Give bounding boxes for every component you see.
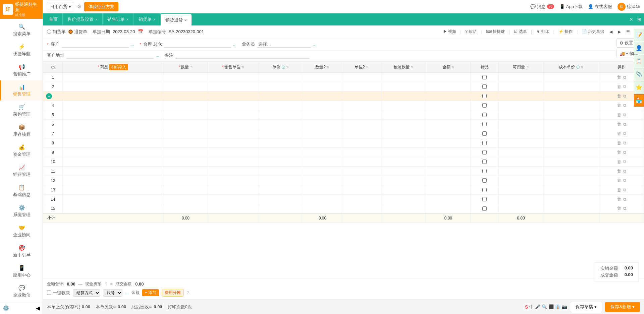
gift-checkbox-5[interactable] [482, 113, 487, 117]
remark-input[interactable] [175, 52, 310, 59]
radio-sale[interactable]: 销货单 [47, 29, 66, 35]
delete-row-icon[interactable]: 🗑 [617, 140, 621, 146]
print-btn[interactable]: 🖨 打印 [535, 28, 550, 35]
next-record-btn[interactable]: ▶ [616, 29, 622, 35]
copy-row-icon[interactable]: ⧉ [623, 206, 626, 211]
scan-icon[interactable]: 🔍 [542, 304, 547, 309]
tab-sale-order[interactable]: 销售订单 ✕ [103, 13, 134, 25]
category-select[interactable]: 日用百货 ▾ [47, 2, 74, 11]
message-btn[interactable]: 💬 消息 70 [530, 4, 554, 10]
copy-row-icon[interactable]: ⧉ [623, 112, 626, 118]
gift-checkbox-14[interactable] [482, 197, 487, 201]
gift-checkbox-2[interactable] [482, 84, 487, 89]
copy-row-icon[interactable]: ⧉ [623, 178, 626, 183]
account-select[interactable]: 账号 [103, 289, 122, 297]
settings-icon[interactable]: ⚙ [77, 3, 82, 10]
sidebar-item-newguide[interactable]: 🎯 新手引导 [0, 241, 43, 261]
staff-input[interactable] [257, 41, 311, 48]
copy-row-icon[interactable]: ⧉ [623, 140, 626, 146]
shortcut-keys-btn[interactable]: ⌨ 快捷键 [485, 28, 506, 35]
rfb-3[interactable]: 📋 [634, 55, 644, 67]
sort-price-icon[interactable]: ⇅ [286, 65, 289, 69]
sidebar-item-sales[interactable]: 📊 销售管理 [0, 80, 43, 101]
sidebar-item-basic[interactable]: 📋 基础信息 [0, 181, 43, 201]
sort-qty-icon[interactable]: ⇅ [190, 65, 193, 69]
close-tab-sale-return[interactable]: ✕ [184, 18, 187, 22]
scan-input-btn[interactable]: 扫码录入 [109, 64, 128, 70]
gift-checkbox-12[interactable] [482, 178, 487, 183]
delete-row-icon[interactable]: 🗑 [617, 159, 621, 165]
copy-row-icon[interactable]: ⧉ [623, 169, 626, 174]
delete-row-icon[interactable]: 🗑 [617, 178, 621, 183]
calc-method-select[interactable]: 结算方式 [73, 289, 100, 297]
history-btn[interactable]: 📄 历史单据 [581, 28, 605, 35]
sort-cost-icon[interactable]: ⇅ [581, 65, 583, 69]
copy-row-icon[interactable]: ⧉ [623, 122, 626, 127]
video-btn[interactable]: ▶ 视频 [442, 28, 458, 35]
help-btn[interactable]: ? 帮助 [464, 28, 478, 35]
copy-row-icon[interactable]: ⧉ [623, 159, 626, 165]
sidebar-item-search[interactable]: 🔍 搜索菜单 [0, 20, 43, 40]
sidebar-item-inventory[interactable]: 📦 库存核算 [0, 121, 43, 141]
staff-select-btn[interactable]: ... [313, 42, 316, 47]
cost-info-icon[interactable]: ⓘ [576, 65, 580, 69]
warehouse-input[interactable] [164, 41, 231, 48]
rfb-5[interactable]: ⭐ [634, 81, 644, 93]
sidebar-item-marketing[interactable]: 📢 营销推广 [0, 60, 43, 80]
sidebar-item-shortcut[interactable]: ⚡ 快捷导航 [0, 40, 43, 60]
sort-avail-icon[interactable]: ⇅ [526, 65, 529, 69]
rfb-6[interactable]: 🏪 [634, 94, 644, 107]
gift-checkbox-15[interactable] [482, 206, 487, 211]
close-tab-btn[interactable]: ✕ [628, 16, 635, 23]
expand-tab-btn[interactable]: ⊞ [636, 16, 643, 23]
tab-sale[interactable]: 销货单 ✕ [134, 13, 161, 25]
sidebar-item-appcenter[interactable]: 📱 应用中心 [0, 261, 43, 281]
product-input-active[interactable] [65, 93, 160, 99]
rfb-2[interactable]: 👤 [634, 42, 644, 54]
sort-amount-icon[interactable]: ⇅ [451, 65, 454, 69]
app-download-btn[interactable]: 📱 App下载 [559, 4, 583, 10]
copy-row-icon[interactable]: ⧉ [623, 103, 626, 108]
delete-row-icon[interactable]: 🗑 [617, 103, 621, 108]
copy-row-icon[interactable]: ⧉ [623, 187, 626, 193]
close-tab-price-setting[interactable]: ✕ [95, 18, 98, 21]
delete-row-icon[interactable]: 🗑 [617, 131, 621, 136]
copy-row-icon[interactable]: ⧉ [623, 75, 626, 80]
rfb-4[interactable]: 📎 [634, 68, 644, 80]
copy-row-icon[interactable]: ⧉ [623, 150, 626, 155]
sidebar-item-system[interactable]: ⚙️ 系统管理 [0, 201, 43, 221]
sort-unit-icon[interactable]: ⇅ [241, 65, 244, 69]
delete-row-icon[interactable]: 🗑 [617, 197, 621, 202]
mic-icon[interactable]: 🎤 [535, 304, 540, 309]
delete-row-icon[interactable]: 🗑 [617, 84, 621, 89]
save-draft-btn[interactable]: 保存草稿 ▾ [570, 302, 602, 312]
price-info-icon[interactable]: ⓘ [282, 65, 285, 69]
delete-row-icon[interactable]: 🗑 [617, 169, 621, 174]
gift-checkbox-8[interactable] [482, 141, 487, 145]
qr-icon[interactable]: ⬛ [548, 304, 554, 309]
delete-row-icon[interactable]: 🗑 [617, 206, 621, 211]
close-tab-sale-order[interactable]: ✕ [126, 18, 129, 21]
collapse-icon[interactable]: ◀ [36, 305, 40, 311]
delete-row-icon[interactable]: 🗑 [617, 93, 621, 99]
settings-bottom-icon[interactable]: ⚙️ [3, 305, 9, 311]
gift-checkbox-7[interactable] [482, 131, 487, 136]
expense-help-icon[interactable]: ? [186, 290, 189, 295]
gift-checkbox-6[interactable] [482, 122, 487, 126]
select-btn[interactable]: ☑ 选单 [513, 28, 528, 35]
address-input[interactable] [66, 52, 154, 59]
copy-row-icon[interactable]: ⧉ [623, 84, 626, 89]
camera-icon[interactable]: 📷 [562, 304, 567, 309]
sort-unit2-icon[interactable]: ⇅ [366, 65, 369, 69]
sidebar-item-wechat[interactable]: 💬 企业微信 [0, 281, 43, 302]
one-click-payment-checkbox[interactable]: 一键收款 [47, 290, 70, 296]
copy-row-icon[interactable]: ⧉ [623, 131, 626, 136]
copy-row-icon[interactable]: ⧉ [623, 93, 626, 99]
account-more-btn[interactable]: ... [125, 290, 129, 295]
prev-record-btn[interactable]: ◀ [608, 29, 614, 35]
warehouse-select-btn[interactable]: ... [233, 42, 237, 47]
gift-checkbox-11[interactable] [482, 169, 487, 173]
gift-checkbox-4[interactable] [482, 103, 487, 108]
sidebar-item-finance[interactable]: 💰 资金管理 [0, 141, 43, 161]
shirt-icon[interactable]: 👔 [555, 304, 560, 309]
